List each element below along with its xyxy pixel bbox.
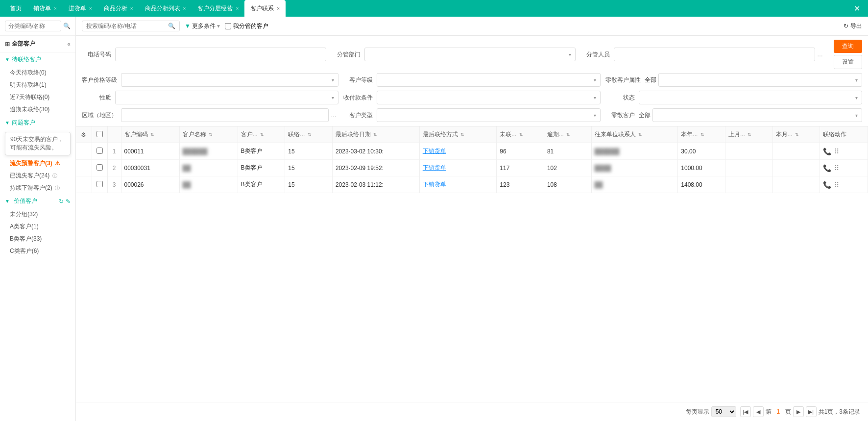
sidebar-group-pending[interactable]: ▼ 待联络客户 <box>0 52 75 67</box>
col-type[interactable]: 客户... ⇅ <box>238 126 285 143</box>
query-button[interactable]: 查询 <box>834 40 862 53</box>
contact-icon[interactable]: 📞 <box>823 164 831 172</box>
more-icon[interactable]: ⠿ <box>834 181 839 189</box>
close-tab-customer-union[interactable]: × <box>277 6 280 11</box>
sort-this-year[interactable]: ⇅ <box>700 132 704 137</box>
first-page-btn[interactable]: |◀ <box>740 406 751 417</box>
sidebar-item-class-b[interactable]: B类客户(33) <box>0 233 75 245</box>
region-dots[interactable]: … <box>329 112 338 119</box>
payment-select[interactable]: ▾ <box>377 91 600 104</box>
col-last-month[interactable]: 上月... ⇅ <box>725 126 772 143</box>
refresh-icon[interactable]: ↻ <box>59 198 64 205</box>
col-name[interactable]: 客户名称 ⇅ <box>179 126 238 143</box>
filter-search-input[interactable] <box>86 23 168 29</box>
row-checkbox[interactable] <box>96 181 103 187</box>
col-uncontacted[interactable]: 未联... ⇅ <box>497 126 544 143</box>
prev-page-btn[interactable]: ◀ <box>753 406 764 417</box>
sidebar-item-overdue-pending[interactable]: 逾期未联络(30) <box>0 103 75 116</box>
sidebar-search-input[interactable] <box>5 21 61 31</box>
row-name: ██ <box>179 160 238 176</box>
tab-analysis[interactable]: 商品分析 × <box>98 0 139 17</box>
edit-icon[interactable]: ✎ <box>66 198 71 205</box>
settings-button[interactable]: 设置 <box>834 55 862 69</box>
tab-analysis-list[interactable]: 商品分析列表 × <box>139 0 192 17</box>
row-checkbox[interactable] <box>96 148 103 154</box>
tab-sales[interactable]: 销货单 × <box>27 0 63 17</box>
close-tab-sales[interactable]: × <box>54 6 57 11</box>
phone-input[interactable] <box>115 48 326 61</box>
col-this-month[interactable]: 本月... ⇅ <box>772 126 820 143</box>
sidebar-item-today-pending[interactable]: 今天待联络(0) <box>0 67 75 79</box>
customer-grade-select[interactable]: ▾ <box>377 73 600 87</box>
col-contact[interactable]: 联络... ⇅ <box>285 126 333 143</box>
close-tab-customer-segment[interactable]: × <box>236 6 239 11</box>
sort-overdue[interactable]: ⇅ <box>566 132 570 137</box>
col-unit-contact[interactable]: 往来单位联系人 ⇅ <box>591 126 678 143</box>
col-last-way[interactable]: 最后联络方式 ⇅ <box>419 126 496 143</box>
row-code: 000026 <box>121 176 179 193</box>
tab-home[interactable]: 首页 <box>4 0 27 17</box>
more-icon[interactable]: ⠿ <box>834 164 839 172</box>
close-tab-analysis-list[interactable]: × <box>183 6 186 11</box>
close-tab-analysis[interactable]: × <box>130 6 133 11</box>
sort-uncontacted[interactable]: ⇅ <box>519 132 523 137</box>
dept-select[interactable]: ▾ <box>364 48 576 61</box>
manager-dots[interactable]: … <box>815 51 825 58</box>
sidebar-search-icon[interactable]: 🔍 <box>63 23 71 29</box>
sort-name[interactable]: ⇅ <box>209 132 213 137</box>
col-last-date[interactable]: 最后联络日期 ⇅ <box>332 126 419 143</box>
col-overdue[interactable]: 逾期... ⇅ <box>544 126 591 143</box>
manager-input[interactable] <box>614 48 815 61</box>
sidebar-group-value[interactable]: ▼ 价值客户 ↻ ✎ <box>0 194 75 208</box>
sort-contact[interactable]: ⇅ <box>308 132 312 137</box>
sidebar-item-class-a[interactable]: A类客户(1) <box>0 221 75 233</box>
sidebar-collapse-btn[interactable]: « <box>67 41 71 48</box>
region-input[interactable] <box>121 108 329 122</box>
per-page-select[interactable]: 50 100 200 <box>711 406 736 417</box>
next-page-btn[interactable]: ▶ <box>793 406 804 417</box>
col-settings[interactable]: ⚙ <box>76 126 92 143</box>
sidebar-item-tomorrow-pending[interactable]: 明天待联络(1) <box>0 79 75 91</box>
my-customers-checkbox[interactable] <box>225 23 231 29</box>
row-checkbox[interactable] <box>96 164 103 171</box>
sort-code[interactable]: ⇅ <box>150 132 154 137</box>
filter-search-icon[interactable]: 🔍 <box>168 23 175 29</box>
row-unit-contact: ██████ <box>591 143 678 160</box>
last-page-btn[interactable]: ▶| <box>806 406 817 417</box>
tab-customer-union[interactable]: 客户联系 × <box>244 0 286 17</box>
contact-icon[interactable]: 📞 <box>823 181 831 189</box>
sidebar-item-ungrouped[interactable]: 未分组(32) <box>0 208 75 221</box>
select-all-checkbox[interactable] <box>96 131 103 137</box>
status-select[interactable]: ▾ <box>639 91 862 104</box>
sort-unit-contact[interactable]: ⇅ <box>638 132 642 137</box>
sidebar-item-class-c[interactable]: C类客户(6) <box>0 245 75 257</box>
sort-last-way[interactable]: ⇅ <box>460 132 464 137</box>
close-tab-purchase[interactable]: × <box>89 6 92 11</box>
tab-purchase[interactable]: 进货单 × <box>63 0 98 17</box>
col-this-year[interactable]: 本年... ⇅ <box>678 126 725 143</box>
col-code[interactable]: 客户编码 ⇅ <box>121 126 179 143</box>
sidebar-all-customers[interactable]: ⊞ 全部客户 « <box>0 36 75 52</box>
contact-icon[interactable]: 📞 <box>823 148 831 155</box>
retail-attr-select[interactable]: ▾ <box>658 73 862 87</box>
sort-type[interactable]: ⇅ <box>260 132 264 137</box>
more-icon[interactable]: ⠿ <box>834 148 839 155</box>
tab-customer-segment[interactable]: 客户分层经营 × <box>192 0 244 17</box>
sidebar-item-churn-warning[interactable]: 流失预警客户(3) ⚠ <box>0 157 75 170</box>
sort-this-month[interactable]: ⇅ <box>795 132 799 137</box>
gender-select[interactable]: ▾ <box>115 91 338 104</box>
sidebar-item-week-pending[interactable]: 近7天待联络(0) <box>0 91 75 103</box>
sidebar-group-churn[interactable]: ▼ 问题客户 <box>0 116 75 130</box>
window-close-button[interactable]: ✕ <box>850 4 864 13</box>
sort-last-date[interactable]: ⇅ <box>373 132 377 137</box>
info-icon: ⓘ <box>52 173 57 178</box>
sort-last-month[interactable]: ⇅ <box>747 132 751 137</box>
customer-type-select[interactable]: ▾ <box>377 108 600 122</box>
price-grade-select[interactable]: ▾ <box>121 73 338 87</box>
export-btn[interactable]: ↻ 导出 <box>844 22 862 30</box>
retail-customer-select[interactable]: ▾ <box>652 108 862 122</box>
sidebar-item-declining[interactable]: 持续下滑客户(2) ⓘ <box>0 182 75 194</box>
my-customers-checkbox-label[interactable]: 我分管的客户 <box>225 22 268 30</box>
more-conditions-btn[interactable]: ▼ 更多条件 ▾ <box>185 22 220 30</box>
sidebar-item-churned[interactable]: 已流失客户(24) ⓘ <box>0 170 75 182</box>
